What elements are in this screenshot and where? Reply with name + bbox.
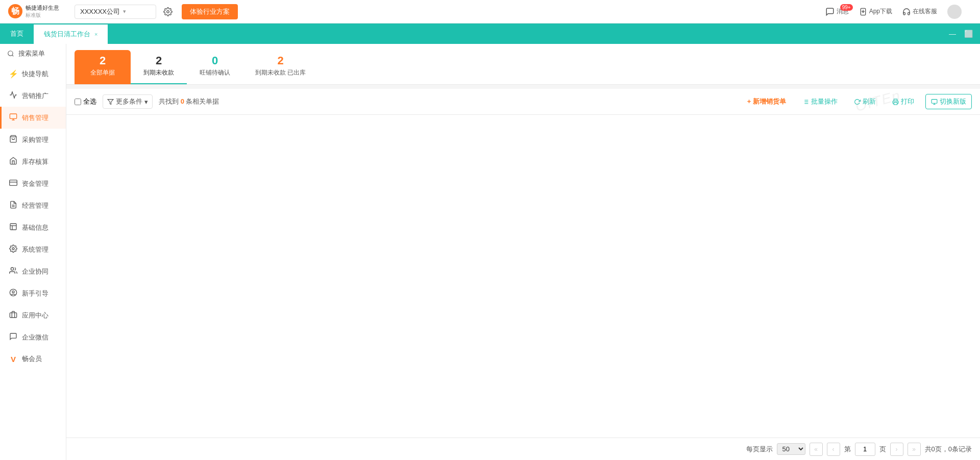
last-page-button[interactable]: » <box>908 443 921 456</box>
sidebar-item-quick-nav[interactable]: ⚡ 快捷导航 <box>0 63 66 85</box>
purchase-icon <box>9 135 18 144</box>
sidebar-item-weixin[interactable]: 企业微信 <box>0 326 66 348</box>
pagination-bar: 每页显示 50 100 200 « ‹ 第 页 › » 共0页，0条记录 <box>66 438 980 460</box>
app-center-label: 应用中心 <box>22 311 48 320</box>
online-service-button[interactable]: 在线客服 <box>902 7 937 16</box>
found-prefix: 共找到 <box>159 98 179 105</box>
select-all-input[interactable] <box>75 99 81 105</box>
toolbar-right: + 新增销货单 批量操作 刷新 <box>742 94 972 109</box>
add-order-button[interactable]: + 新增销货单 <box>742 94 791 109</box>
filter-button[interactable]: 更多条件 ▾ <box>103 94 153 109</box>
stat-tab-shipped[interactable]: 2 到期未收款 已出库 <box>243 50 318 84</box>
app-title: 畅捷通好生意 <box>26 4 59 11</box>
batch-label: 批量操作 <box>811 97 838 106</box>
app-download-button[interactable]: App下载 <box>859 7 892 16</box>
search-menu-button[interactable]: 搜索菜单 <box>0 44 66 63</box>
svg-rect-7 <box>10 180 17 186</box>
sidebar-item-member[interactable]: V 畅会员 <box>0 348 66 370</box>
first-page-button[interactable]: « <box>810 443 823 456</box>
stat-label-pending: 旺铺待确认 <box>199 68 231 77</box>
message-button[interactable]: 消息 99+ <box>825 7 849 16</box>
sidebar-item-sales[interactable]: 销售管理 <box>0 107 66 129</box>
tab-active-label: 钱货日清工作台 <box>44 30 90 39</box>
avatar[interactable] <box>947 5 962 19</box>
app-version: 标准版 <box>26 12 59 19</box>
stat-tab-all[interactable]: 2 全部单据 <box>75 50 131 84</box>
app-logo-icon: 畅 <box>8 4 22 18</box>
stat-label-all: 全部单据 <box>87 68 118 77</box>
guide-icon <box>9 288 18 298</box>
table-area <box>66 115 980 438</box>
sidebar-item-purchase[interactable]: 采购管理 <box>0 129 66 151</box>
switch-label: 切换新版 <box>940 97 966 106</box>
sidebar-item-inventory[interactable]: 库存核算 <box>0 151 66 173</box>
top-header: 畅 畅捷通好生意 标准版 XXXXXX公司 ▾ 体验行业方案 消息 99+ Ap… <box>0 0 980 23</box>
finance-icon <box>9 179 18 188</box>
inventory-label: 库存核算 <box>22 157 48 166</box>
per-page-select[interactable]: 50 100 200 <box>777 443 805 455</box>
svg-line-4 <box>12 55 14 57</box>
select-all-checkbox[interactable]: 全选 <box>75 97 96 106</box>
add-order-label: + 新增销货单 <box>747 97 786 106</box>
tab-active[interactable]: 钱货日清工作台 × <box>34 23 108 44</box>
stat-label-shipped: 到期未收款 已出库 <box>255 68 306 77</box>
stat-label-overdue: 到期未收款 <box>143 68 175 77</box>
stat-tab-pending[interactable]: 0 旺铺待确认 <box>187 50 243 84</box>
svg-rect-18 <box>10 313 16 318</box>
next-page-button[interactable]: › <box>890 443 903 456</box>
sidebar-item-system[interactable]: 系统管理 <box>0 238 66 260</box>
sidebar-item-finance[interactable]: 资金管理 <box>0 173 66 195</box>
sales-icon <box>9 113 18 123</box>
stat-tab-overdue[interactable]: 2 到期未收款 <box>131 50 187 84</box>
minimize-button[interactable]: — <box>947 28 958 40</box>
settings-button[interactable] <box>160 4 176 19</box>
sidebar-item-operation[interactable]: 经营管理 <box>0 195 66 216</box>
sidebar-item-marketing[interactable]: 营销推广 <box>0 85 66 107</box>
refresh-button[interactable]: 刷新 <box>849 94 881 109</box>
company-dropdown-icon: ▾ <box>123 8 126 15</box>
sales-label: 销售管理 <box>22 113 48 123</box>
member-icon: V <box>9 355 18 364</box>
search-menu-label: 搜索菜单 <box>18 49 45 58</box>
tab-home[interactable]: 首页 <box>0 23 34 44</box>
marketing-icon <box>9 91 18 101</box>
prev-page-button[interactable]: ‹ <box>827 443 840 456</box>
svg-point-0 <box>167 10 169 13</box>
quick-nav-label: 快捷导航 <box>22 69 48 79</box>
trial-button[interactable]: 体验行业方案 <box>182 4 238 19</box>
operation-icon <box>9 201 18 210</box>
total-text: 共0页，0条记录 <box>925 445 972 454</box>
print-label: 打印 <box>901 97 914 106</box>
batch-operation-button[interactable]: 批量操作 <box>797 94 843 109</box>
page-input[interactable] <box>855 443 875 456</box>
stat-count-overdue: 2 <box>143 54 175 67</box>
operation-label: 经营管理 <box>22 201 48 210</box>
svg-rect-27 <box>932 99 937 103</box>
per-page-label: 每页显示 <box>746 445 773 454</box>
nav-tabs-actions: — ⬜ <box>947 28 980 40</box>
message-badge: 99+ <box>840 4 853 11</box>
sidebar-item-guide[interactable]: 新手引导 <box>0 282 66 304</box>
finance-label: 资金管理 <box>22 179 48 188</box>
system-icon <box>9 245 18 254</box>
sidebar-item-basic-info[interactable]: 基础信息 <box>0 216 66 238</box>
tab-home-label: 首页 <box>10 29 23 38</box>
select-all-label: 全选 <box>83 97 96 106</box>
basic-info-label: 基础信息 <box>22 223 48 232</box>
quick-nav-icon: ⚡ <box>9 69 18 79</box>
filter-label: 更多条件 <box>116 97 142 106</box>
app-download-label: App下载 <box>869 7 892 16</box>
found-text: 共找到 0 条相关单据 <box>159 97 219 106</box>
print-button[interactable]: 打印 <box>887 94 919 109</box>
filter-arrow: ▾ <box>144 98 148 106</box>
sidebar-item-cooperation[interactable]: 企业协同 <box>0 260 66 282</box>
sidebar-item-app-center[interactable]: 应用中心 <box>0 304 66 326</box>
switch-version-button[interactable]: 切换新版 <box>925 94 972 109</box>
svg-point-3 <box>8 51 13 56</box>
company-selector[interactable]: XXXXXX公司 ▾ <box>75 5 156 19</box>
tab-close-icon[interactable]: × <box>94 31 97 37</box>
guide-label: 新手引导 <box>22 289 48 298</box>
maximize-button[interactable]: ⬜ <box>962 28 975 40</box>
logo-area: 畅 畅捷通好生意 标准版 <box>8 4 75 18</box>
found-suffix: 条相关单据 <box>186 98 219 105</box>
